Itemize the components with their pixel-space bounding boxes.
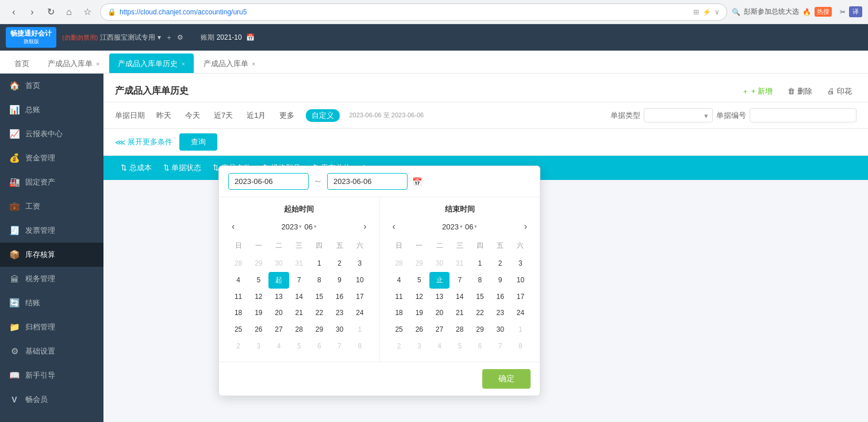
dp-start-day-5-3[interactable]: 5 — [289, 338, 309, 355]
add-company-icon[interactable]: ＋ — [166, 33, 172, 43]
dp-start-day-5-5[interactable]: 7 — [329, 338, 349, 355]
dp-end-day-2-5[interactable]: 16 — [490, 289, 510, 305]
dp-start-day-4-4[interactable]: 29 — [309, 321, 329, 338]
dp-start-day-1-6[interactable]: 10 — [349, 272, 370, 289]
dp-end-day-0-6[interactable]: 3 — [510, 255, 531, 272]
dp-start-day-0-4[interactable]: 1 — [309, 255, 329, 272]
dp-start-day-2-1[interactable]: 12 — [248, 289, 268, 305]
dp-end-day-0-1[interactable]: 29 — [409, 255, 429, 272]
dp-start-day-2-6[interactable]: 17 — [349, 289, 370, 305]
tab-product-inbound[interactable]: 产成品入库单 × — [39, 53, 108, 73]
dp-end-day-4-0[interactable]: 25 — [389, 321, 409, 338]
dp-end-day-0-0[interactable]: 28 — [389, 255, 409, 272]
address-bar[interactable]: 🔒 https://cloud.chanjet.com/accounting/u… — [100, 3, 727, 21]
sidebar-item-report[interactable]: 📈 云报表中心 — [0, 122, 103, 146]
dp-start-prev-btn[interactable]: ‹ — [228, 220, 238, 233]
dp-start-day-2-2[interactable]: 13 — [268, 289, 289, 305]
sidebar-item-tax[interactable]: 🏛 税务管理 — [0, 267, 103, 291]
dp-end-prev-btn[interactable]: ‹ — [389, 220, 399, 233]
dp-end-day-3-1[interactable]: 19 — [409, 305, 429, 321]
sidebar-item-member[interactable]: V 畅会员 — [0, 388, 103, 412]
dp-end-day-3-2[interactable]: 20 — [429, 305, 450, 321]
dp-end-day-1-3[interactable]: 7 — [450, 272, 470, 289]
dp-start-month-select[interactable]: 06 ▾ — [304, 222, 316, 231]
dp-end-day-1-5[interactable]: 9 — [490, 272, 510, 289]
dp-start-input[interactable] — [228, 173, 309, 190]
tab-history-close[interactable]: × — [181, 60, 185, 67]
sidebar-item-archive[interactable]: 📁 归档管理 — [0, 315, 103, 339]
dp-end-day-2-1[interactable]: 12 — [409, 289, 429, 305]
refresh-button[interactable]: ↻ — [43, 4, 59, 20]
dp-end-day-4-6[interactable]: 1 — [510, 321, 531, 338]
dp-start-day-4-6[interactable]: 1 — [349, 321, 370, 338]
dp-start-day-1-2[interactable]: 起 — [268, 272, 289, 289]
back-button[interactable]: ‹ — [6, 4, 22, 20]
dp-start-day-3-4[interactable]: 22 — [309, 305, 329, 321]
th-total-cost[interactable]: ⇅ 总成本 — [115, 163, 158, 173]
shortcut-yesterday[interactable]: 昨天 — [154, 109, 174, 122]
dp-start-day-4-0[interactable]: 25 — [228, 321, 248, 338]
dp-end-day-0-2[interactable]: 30 — [429, 255, 450, 272]
dp-end-day-1-0[interactable]: 4 — [389, 272, 409, 289]
tab-home[interactable]: 首页 — [6, 53, 38, 73]
dp-end-day-1-6[interactable]: 10 — [510, 272, 531, 289]
dp-end-day-4-1[interactable]: 26 — [409, 321, 429, 338]
dp-end-day-2-4[interactable]: 15 — [470, 289, 490, 305]
sidebar-item-home[interactable]: 🏠 首页 — [0, 74, 103, 98]
dp-end-day-3-6[interactable]: 24 — [510, 305, 531, 321]
dp-start-day-5-0[interactable]: 2 — [228, 338, 248, 355]
dp-start-day-5-2[interactable]: 4 — [268, 338, 289, 355]
dp-end-month-select[interactable]: 06 ▾ — [465, 222, 477, 231]
shortcut-1month[interactable]: 近1月 — [244, 109, 268, 122]
dp-end-day-0-5[interactable]: 2 — [490, 255, 510, 272]
dp-start-day-4-2[interactable]: 27 — [268, 321, 289, 338]
dp-start-day-1-5[interactable]: 9 — [329, 272, 349, 289]
dp-start-year-select[interactable]: 2023 ▾ — [282, 222, 302, 231]
dp-start-day-0-1[interactable]: 29 — [248, 255, 268, 272]
type-select[interactable] — [644, 108, 713, 122]
dp-start-day-0-0[interactable]: 28 — [228, 255, 248, 272]
forward-button[interactable]: › — [24, 4, 40, 20]
dp-start-day-5-6[interactable]: 8 — [349, 338, 370, 355]
dp-end-day-1-2[interactable]: 止 — [429, 272, 450, 289]
dp-end-day-1-4[interactable]: 8 — [470, 272, 490, 289]
dp-end-next-btn[interactable]: › — [521, 220, 531, 233]
dp-end-day-4-4[interactable]: 29 — [470, 321, 490, 338]
dp-end-day-5-4[interactable]: 6 — [470, 338, 490, 355]
dp-end-input[interactable] — [327, 173, 408, 190]
dp-start-day-0-5[interactable]: 2 — [329, 255, 349, 272]
dp-start-day-3-5[interactable]: 23 — [329, 305, 349, 321]
dp-start-day-5-4[interactable]: 6 — [309, 338, 329, 355]
sidebar-item-settings[interactable]: ⚙ 基础设置 — [0, 339, 103, 363]
dp-start-day-0-3[interactable]: 31 — [289, 255, 309, 272]
sidebar-item-funds[interactable]: 💰 资金管理 — [0, 146, 103, 170]
dp-confirm-button[interactable]: 确定 — [482, 369, 531, 389]
dp-start-day-2-5[interactable]: 16 — [329, 289, 349, 305]
shortcut-more[interactable]: 更多 — [277, 109, 297, 122]
dp-end-day-4-5[interactable]: 30 — [490, 321, 510, 338]
home-button[interactable]: ⌂ — [61, 4, 77, 20]
dp-start-day-0-6[interactable]: 3 — [349, 255, 370, 272]
dp-start-day-2-4[interactable]: 15 — [309, 289, 329, 305]
dp-end-year-select[interactable]: 2023 ▾ — [442, 222, 463, 231]
print-button[interactable]: 🖨 印花 — [823, 84, 857, 99]
delete-button[interactable]: 🗑 删除 — [783, 84, 817, 99]
dp-end-day-5-0[interactable]: 2 — [389, 338, 409, 355]
dp-start-day-3-2[interactable]: 20 — [268, 305, 289, 321]
dp-end-day-2-2[interactable]: 13 — [429, 289, 450, 305]
sidebar-item-salary[interactable]: 💼 工资 — [0, 194, 103, 218]
shortcut-custom[interactable]: 自定义 — [306, 109, 340, 122]
dp-end-day-5-1[interactable]: 3 — [409, 338, 429, 355]
dp-end-day-2-6[interactable]: 17 — [510, 289, 531, 305]
sidebar-item-inventory[interactable]: 📦 库存核算 — [0, 243, 103, 267]
dp-calendar-icon[interactable]: 📅 — [412, 177, 422, 186]
dp-end-day-3-4[interactable]: 22 — [470, 305, 490, 321]
dp-end-day-4-2[interactable]: 27 — [429, 321, 450, 338]
tab-product-inbound-history[interactable]: 产成品入库单历史 × — [109, 53, 193, 73]
dp-end-day-4-3[interactable]: 28 — [450, 321, 470, 338]
sidebar-item-ledger[interactable]: 📊 总账 — [0, 98, 103, 122]
settings-icon[interactable]: ⚙ — [177, 33, 183, 41]
dp-start-day-3-6[interactable]: 24 — [349, 305, 370, 321]
dp-end-day-1-1[interactable]: 5 — [409, 272, 429, 289]
dp-end-day-3-5[interactable]: 23 — [490, 305, 510, 321]
